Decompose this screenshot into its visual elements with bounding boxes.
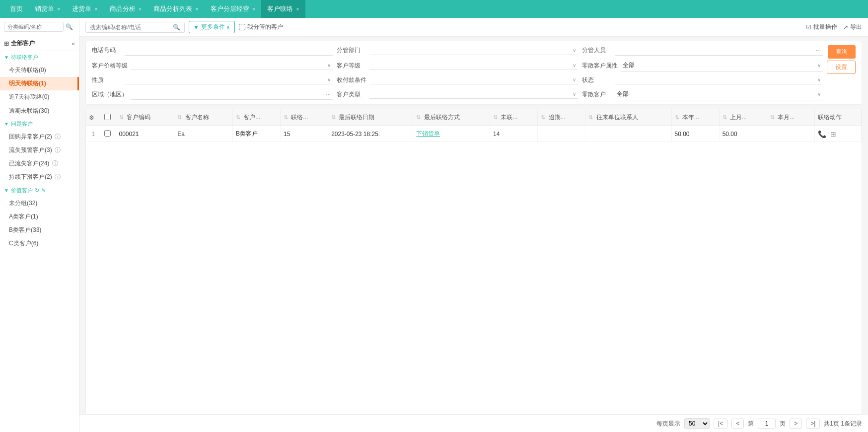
sidebar-item-today-contact[interactable]: 今天待联络(0) bbox=[0, 64, 79, 77]
nav-goods-analysis-list[interactable]: 商品分析列表 × bbox=[147, 0, 204, 18]
main-layout: 🔍 ⊞ 全部客户 « ▼ 待联络客户 今天待联络(0) 明天待联络(1) 近7天… bbox=[0, 18, 868, 432]
sidebar-item-repurchase-abnormal[interactable]: 回购异常客户(2) ⓘ bbox=[0, 130, 79, 144]
close-customer-segment-tab[interactable]: × bbox=[252, 6, 255, 12]
filter-nature-select[interactable]: ∨ bbox=[125, 75, 333, 84]
sidebar-group-problem[interactable]: ▼ 问题客户 bbox=[0, 118, 79, 130]
filter-phone-label: 电话号码 bbox=[92, 46, 122, 55]
nav-purchase[interactable]: 进货单 × bbox=[66, 0, 103, 18]
filter-price-grade-select[interactable]: ∨ bbox=[131, 61, 333, 70]
first-page-btn[interactable]: |< bbox=[714, 419, 727, 429]
sidebar-item-class-a[interactable]: A类客户(1) bbox=[0, 210, 79, 223]
sidebar-search-icon[interactable]: 🔍 bbox=[66, 23, 73, 30]
col-settings[interactable]: ⚙ bbox=[86, 109, 101, 126]
close-customer-contact-tab[interactable]: × bbox=[296, 6, 299, 12]
toolbar-search-input[interactable] bbox=[90, 24, 173, 31]
row-num: 1 bbox=[86, 126, 101, 142]
close-goods-analysis-list-tab[interactable]: × bbox=[195, 6, 198, 12]
row-unit-contact bbox=[585, 126, 671, 142]
sidebar-search-input[interactable] bbox=[4, 22, 64, 32]
last-method-link[interactable]: 下销货单 bbox=[416, 130, 440, 137]
total-records: 共1页 1条记录 bbox=[824, 420, 862, 428]
sidebar-item-class-b[interactable]: B类客户(33) bbox=[0, 223, 79, 237]
phone-action-icon[interactable]: 📞 bbox=[818, 130, 826, 138]
filter-manager-select[interactable]: ··· bbox=[615, 45, 823, 56]
table-header-row: ⚙ ⇅ 客户编码 ⇅ 客户名称 bbox=[86, 109, 862, 126]
more-filter-btn[interactable]: ▼ 更多条件 ∧ bbox=[189, 21, 235, 33]
sidebar-item-ungrouped[interactable]: 未分组(32) bbox=[0, 197, 79, 210]
filter-dept: 分管部门 ∨ bbox=[337, 46, 578, 55]
nav-goods-analysis[interactable]: 商品分析 × bbox=[104, 0, 147, 18]
settings-icon[interactable]: ⚙ bbox=[89, 114, 94, 121]
filter-dept-select[interactable]: ∨ bbox=[369, 46, 578, 55]
arrow-icon-problem: ▼ bbox=[4, 121, 9, 127]
page-size-select[interactable]: 50 100 200 bbox=[684, 418, 710, 429]
col-last-method: ⇅ 最后联络方式 bbox=[413, 109, 490, 126]
batch-op-btn[interactable]: ☑ 批量操作 bbox=[806, 23, 837, 31]
filter-status: 状态 ∨ bbox=[582, 75, 823, 84]
prev-page-btn[interactable]: < bbox=[731, 419, 744, 429]
nav-customer-segment[interactable]: 客户分层经营 × bbox=[205, 0, 261, 18]
export-btn[interactable]: ↗ 导出 bbox=[843, 23, 862, 31]
page-number-input[interactable] bbox=[758, 419, 776, 429]
filter-customer-type-select[interactable]: ∨ bbox=[369, 90, 578, 99]
filter-retail-attr-select[interactable]: 全部 ∨ bbox=[621, 60, 823, 72]
sidebar-item-7days-contact[interactable]: 近7天待联络(0) bbox=[0, 90, 79, 104]
nav-sales[interactable]: 销货单 × bbox=[29, 0, 66, 18]
filter-customer-type-label: 客户类型 bbox=[337, 90, 366, 99]
set-btn[interactable]: 设置 bbox=[827, 61, 856, 74]
edit-icon[interactable]: ✎ bbox=[41, 187, 46, 194]
query-btn[interactable]: 查询 bbox=[828, 45, 856, 59]
collapse-btn[interactable]: « bbox=[72, 40, 75, 47]
last-page-btn[interactable]: >| bbox=[806, 419, 820, 429]
region-more-icon[interactable]: ··· bbox=[326, 91, 331, 98]
filter-payment-select[interactable]: ∨ bbox=[369, 75, 578, 84]
sidebar-item-class-c[interactable]: C类客户(6) bbox=[0, 237, 79, 250]
my-customer-checkbox[interactable]: 我分管的客户 bbox=[239, 23, 283, 31]
filter-region-select[interactable]: ··· bbox=[131, 89, 333, 100]
filter-phone-input[interactable] bbox=[125, 45, 333, 56]
info-icon-3: ⓘ bbox=[55, 173, 61, 180]
col-checkbox[interactable] bbox=[101, 109, 116, 126]
filter-retail-customer-select[interactable]: 全部 ∨ bbox=[615, 88, 823, 100]
grid-action-icon[interactable]: ⊞ bbox=[830, 130, 836, 138]
sidebar-item-loss-warning[interactable]: 流失预警客户(3) ⓘ bbox=[0, 144, 79, 157]
row-last-date: 2023-05-23 18:25: bbox=[328, 126, 413, 142]
filter-customer-grade-select[interactable]: ∨ bbox=[369, 61, 578, 70]
toolbar-search-box[interactable]: 🔍 bbox=[85, 22, 185, 33]
filter-status-select[interactable]: ∨ bbox=[615, 75, 823, 84]
pagination-bar: 每页显示 50 100 200 |< < 第 页 > >| 共1页 1条记录 bbox=[79, 415, 868, 432]
manager-more-icon[interactable]: ··· bbox=[816, 47, 821, 54]
filter-row-2: 客户价格等级 ∨ 客户等级 ∨ bbox=[92, 60, 823, 72]
nature-chevron-icon: ∨ bbox=[327, 77, 331, 82]
row-last-method[interactable]: 下销货单 bbox=[413, 126, 490, 142]
nav-home[interactable]: 首页 bbox=[4, 0, 29, 18]
sidebar-item-overdue-contact[interactable]: 逾期未联络(30) bbox=[0, 104, 79, 118]
refresh-icon[interactable]: ↻ bbox=[35, 187, 39, 194]
close-goods-analysis-tab[interactable]: × bbox=[139, 6, 142, 12]
close-purchase-tab[interactable]: × bbox=[94, 6, 97, 12]
col-this-year-sort-icon: ⇅ bbox=[675, 114, 679, 120]
toolbar-search-icon[interactable]: 🔍 bbox=[173, 24, 180, 31]
all-customers-header[interactable]: ⊞ 全部客户 « bbox=[0, 36, 79, 51]
close-sales-tab[interactable]: × bbox=[57, 6, 60, 12]
filter-manager-label: 分管人员 bbox=[582, 46, 612, 55]
customer-type-chevron-icon: ∨ bbox=[573, 91, 576, 97]
filter-phone: 电话号码 bbox=[92, 45, 333, 56]
sidebar-item-tomorrow-contact[interactable]: 明天待联络(1) bbox=[0, 77, 79, 90]
row-checkbox[interactable] bbox=[101, 126, 116, 142]
sidebar-group-pending[interactable]: ▼ 待联络客户 bbox=[0, 51, 79, 64]
sidebar-item-declining-customers[interactable]: 持续下滑客户(2) ⓘ bbox=[0, 170, 79, 184]
nav-customer-contact[interactable]: 客户联络 × bbox=[261, 0, 305, 18]
sidebar-group-value[interactable]: ▼ 价值客户 ↻ ✎ bbox=[0, 184, 79, 197]
dept-chevron-icon: ∨ bbox=[573, 48, 576, 53]
info-icon-2: ⓘ bbox=[52, 160, 58, 167]
row-last-month: 50.00 bbox=[719, 126, 767, 142]
col-not-contacted: ⇅ 未联... bbox=[490, 109, 538, 126]
select-all-checkbox[interactable] bbox=[104, 114, 111, 120]
col-type-sort-icon: ⇅ bbox=[236, 114, 240, 120]
col-this-year: ⇅ 本年... bbox=[671, 109, 719, 126]
sidebar-item-lost-customers[interactable]: 已流失客户(24) ⓘ bbox=[0, 157, 79, 170]
next-page-btn[interactable]: > bbox=[790, 419, 802, 429]
my-customer-check[interactable] bbox=[239, 24, 245, 30]
retail-customer-chevron-icon: ∨ bbox=[817, 91, 821, 97]
